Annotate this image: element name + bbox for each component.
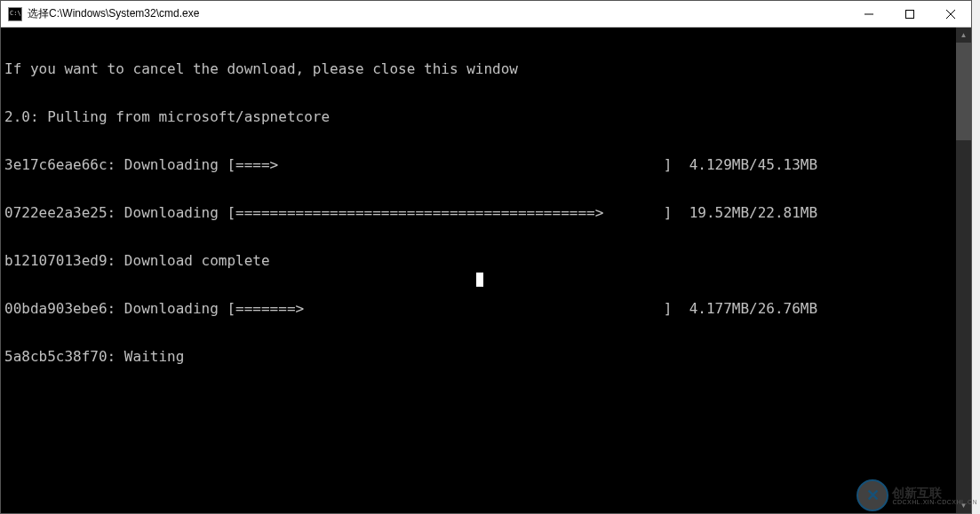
- terminal-line: 3e17c6eae66c: Downloading [====> ] 4.129…: [4, 157, 971, 173]
- watermark-text: 创新互联 CDCXHL.XIN-CDCXHL.CN: [892, 486, 977, 505]
- watermark: ✕ 创新互联 CDCXHL.XIN-CDCXHL.CN: [857, 479, 977, 511]
- minimize-button[interactable]: [849, 1, 889, 27]
- terminal-line: If you want to cancel the download, plea…: [4, 61, 971, 77]
- terminal-line: 2.0: Pulling from microsoft/aspnetcore: [4, 109, 971, 125]
- watermark-logo-icon: ✕: [857, 479, 888, 511]
- close-button[interactable]: [930, 1, 971, 27]
- terminal-area[interactable]: If you want to cancel the download, plea…: [1, 28, 971, 513]
- titlebar[interactable]: 选择C:\Windows\System32\cmd.exe: [1, 1, 971, 28]
- window-controls: [849, 1, 971, 27]
- svg-rect-1: [906, 10, 914, 18]
- scrollbar-thumb[interactable]: [956, 43, 971, 140]
- scroll-up-arrow[interactable]: ▲: [956, 28, 971, 43]
- maximize-icon: [905, 10, 914, 19]
- terminal-line: 0722ee2a3e25: Downloading [=============…: [4, 205, 971, 221]
- cmd-icon: [8, 7, 22, 21]
- minimize-icon: [864, 10, 873, 19]
- watermark-main: 创新互联: [892, 486, 977, 499]
- terminal-output: If you want to cancel the download, plea…: [1, 28, 971, 397]
- window-title: 选择C:\Windows\System32\cmd.exe: [28, 6, 849, 21]
- maximize-button[interactable]: [889, 1, 930, 27]
- terminal-cursor: [476, 273, 483, 287]
- terminal-line: b12107013ed9: Download complete: [4, 253, 971, 269]
- vertical-scrollbar[interactable]: ▲ ▼: [956, 28, 971, 513]
- watermark-sub: CDCXHL.XIN-CDCXHL.CN: [892, 499, 977, 505]
- terminal-line: 5a8cb5c38f70: Waiting: [4, 349, 971, 365]
- terminal-line: 00bda903ebe6: Downloading [=======> ] 4.…: [4, 301, 971, 317]
- close-icon: [946, 10, 955, 19]
- cmd-window: 选择C:\Windows\System32\cmd.exe If you wan…: [0, 0, 972, 514]
